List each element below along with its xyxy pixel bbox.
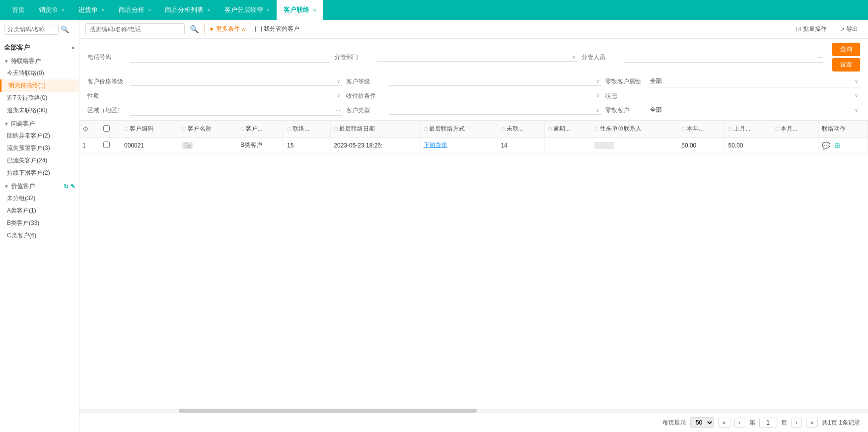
cell-customer-name: Ea [179, 138, 237, 153]
cell-customer-type: B类客户 [237, 138, 284, 153]
nav-close-purchase-order[interactable]: × [101, 7, 104, 13]
payment-label: 收付款条件 [346, 92, 386, 100]
sidebar-item-abnormal-repurchase[interactable]: 回购异常客户(2) [0, 130, 79, 142]
col-overdue[interactable]: ⬡逾期... [544, 121, 591, 138]
sidebar-item-churn-warning[interactable]: 流失预警客户(3) [0, 142, 79, 154]
sidebar-search-icon[interactable]: 🔍 [61, 25, 69, 33]
first-page-button[interactable]: « [718, 418, 730, 428]
sidebar-all-customers[interactable]: 全部客户 « [0, 39, 79, 54]
filter-customer-level: 客户等级 ∨ [346, 77, 601, 86]
sidebar-item-tomorrow-pending[interactable]: 明天待联络(1) [0, 79, 79, 92]
sidebar-item-churned[interactable]: 已流失客户(24) [0, 154, 79, 167]
value-group-refresh[interactable]: ↻ [64, 183, 69, 190]
region-select[interactable]: ··· [130, 105, 342, 116]
grid-action-icon[interactable]: ⊞ [834, 142, 840, 149]
nav-product-analysis[interactable]: 商品分析 × [112, 0, 158, 20]
sidebar-item-overdue-pending[interactable]: 逾期未联络(30) [0, 104, 79, 117]
col-uncontacted[interactable]: ⬡未联... [498, 121, 544, 138]
value-group-edit[interactable]: ✎ [71, 183, 75, 190]
query-button[interactable]: 查询 [832, 43, 860, 56]
customer-level-select[interactable]: ∨ [389, 77, 601, 86]
sidebar-item-class-c[interactable]: C类客户(6) [0, 229, 79, 242]
col-this-month[interactable]: ⬡本月... [772, 121, 818, 138]
payment-select[interactable]: ∨ [389, 91, 601, 100]
per-page-select[interactable]: 50 [690, 417, 714, 428]
col-customer-code[interactable]: ⬡客户编码 [121, 121, 179, 138]
table-header-row: ⚙ ⬡客户编码 ⬡客户名称 ⬡客户... ⬡联络... ⬡最后联络日期 ⬡最后联… [79, 121, 868, 138]
masked-name: Ea [182, 142, 193, 149]
my-customers-checkbox-area[interactable]: 我分管的客户 [255, 25, 299, 33]
search-input[interactable] [85, 23, 185, 35]
row-checkbox[interactable] [103, 142, 110, 148]
sidebar-item-class-b[interactable]: B类客户(33) [0, 217, 79, 229]
nav-close-sales-order[interactable]: × [62, 7, 65, 13]
nav-sales-order[interactable]: 销货单 × [32, 0, 72, 20]
sidebar-item-ungrouped[interactable]: 未分组(32) [0, 192, 79, 205]
search-button[interactable]: 🔍 [190, 25, 199, 34]
cell-checkbox[interactable] [100, 138, 121, 153]
price-level-select[interactable]: ∨ [130, 77, 342, 86]
filter-manager: 分管人员 ··· [581, 52, 824, 63]
nav-home[interactable]: 首页 [5, 0, 32, 20]
dept-select-arrow: ∨ [572, 54, 576, 60]
nav-purchase-order[interactable]: 进货单 × [72, 0, 111, 20]
nav-close-customer-contact[interactable]: × [313, 7, 316, 13]
nav-close-customer-tier[interactable]: × [267, 7, 270, 13]
cell-this-year: 50.00 [678, 138, 725, 153]
region-dots[interactable]: ··· [335, 107, 340, 114]
cell-last-contact-method[interactable]: 下销货单 [420, 138, 498, 153]
retail-select[interactable]: 全部 ∨ [648, 104, 860, 116]
col-actions: 联络动作 [818, 121, 868, 138]
scroll-bar-area [79, 409, 868, 413]
manager-select[interactable]: ··· [624, 52, 824, 63]
status-select[interactable]: ∨ [648, 91, 860, 100]
filter-dept: 分管部门 ∨ [334, 53, 577, 62]
sidebar-item-today-pending[interactable]: 今天待联络(0) [0, 67, 79, 79]
last-page-button[interactable]: » [806, 418, 818, 428]
filter-bar: 🔍 ▼ 更多条件 ∧ 我分管的客户 ☑ 批量操作 ↗ 导出 [79, 20, 868, 39]
chat-action-icon[interactable]: 💬 [822, 142, 830, 149]
filter-customer-type: 客户类型 ∨ [346, 106, 601, 115]
phone-input[interactable] [130, 52, 330, 63]
filter-nature: 性质 ∨ [87, 91, 342, 100]
page-input[interactable] [759, 418, 777, 428]
next-page-button[interactable]: › [791, 418, 802, 428]
filter-row-3: 性质 ∨ 收付款条件 ∨ 状态 [87, 91, 860, 100]
col-this-year[interactable]: ⬡本年... [678, 121, 725, 138]
manager-dots[interactable]: ··· [817, 54, 822, 61]
nav-customer-tier[interactable]: 客户分层经营 × [217, 0, 277, 20]
nature-select[interactable]: ∨ [130, 91, 342, 100]
col-last-contact-method[interactable]: ⬡最后联络方式 [420, 121, 498, 138]
nav-customer-contact[interactable]: 客户联络 × [277, 0, 323, 20]
sidebar-item-7days-pending[interactable]: 近7天待联络(0) [0, 92, 79, 104]
customer-type-select[interactable]: ∨ [389, 106, 601, 115]
col-last-contact-date[interactable]: ⬡最后联络日期 [331, 121, 420, 138]
settings-button[interactable]: 设置 [832, 58, 860, 72]
filter-status: 状态 ∨ [605, 91, 860, 100]
col-customer-name[interactable]: ⬡客户名称 [179, 121, 237, 138]
col-customer-type[interactable]: ⬡客户... [237, 121, 284, 138]
col-checkbox [100, 121, 121, 138]
sidebar-search-input[interactable] [4, 24, 59, 35]
col-contact-person[interactable]: ⬡往来单位联系人 [591, 121, 678, 138]
select-all-checkbox[interactable] [103, 125, 110, 132]
nav-close-product-analysis[interactable]: × [148, 7, 151, 13]
my-customers-checkbox[interactable] [255, 26, 262, 32]
row-action-icons: 💬 ⊞ [822, 142, 865, 149]
settings-icon[interactable]: ⚙ [82, 125, 89, 133]
sidebar-item-declining[interactable]: 持续下滑客户(2) [0, 167, 79, 179]
export-button[interactable]: ↗ 导出 [836, 23, 862, 35]
col-last-month[interactable]: ⬡上月... [725, 121, 772, 138]
scroll-bar-thumb[interactable] [179, 409, 477, 413]
dept-select[interactable]: ∨ [377, 53, 577, 62]
col-contact-count[interactable]: ⬡联络... [284, 121, 331, 138]
nav-product-analysis-list[interactable]: 商品分析列表 × [158, 0, 217, 20]
sidebar-item-class-a[interactable]: A类客户(1) [0, 205, 79, 217]
prev-page-button[interactable]: ‹ [734, 418, 745, 428]
nav-close-product-analysis-list[interactable]: × [207, 7, 210, 13]
bulk-action-button[interactable]: ☑ 批量操作 [792, 23, 831, 35]
more-conditions-button[interactable]: ▼ 更多条件 ∧ [204, 23, 250, 35]
retail-attr-select[interactable]: 全部 ∨ [648, 75, 860, 87]
masked-contact [594, 142, 614, 149]
col-settings[interactable]: ⚙ [79, 121, 100, 138]
